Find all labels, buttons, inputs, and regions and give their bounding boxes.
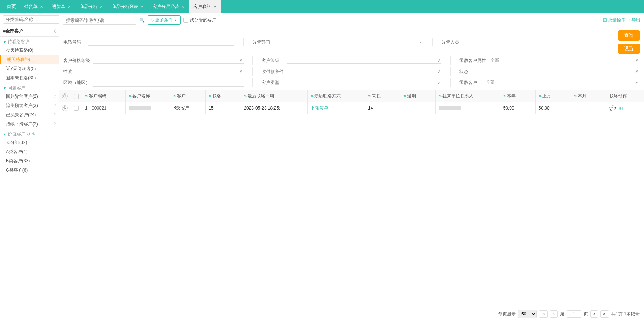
td-no-contact-days: 14	[365, 102, 400, 114]
sort-code-icon[interactable]: ⇅	[85, 94, 88, 98]
sidebar-item-a-class[interactable]: A类客户(1)	[0, 147, 59, 156]
sort-type-icon[interactable]: ⇅	[173, 94, 176, 98]
sort-no-contact-icon[interactable]: ⇅	[368, 94, 371, 98]
nav-product-list[interactable]: 商品分析列表 ✕	[107, 0, 148, 13]
close-customer-tier-icon[interactable]: ✕	[181, 4, 185, 9]
sidebar-item-c-class[interactable]: C类客户(6)	[0, 166, 59, 175]
per-page-select[interactable]: 50 100 200	[518, 310, 537, 318]
sidebar-item-tomorrow-pending[interactable]: 明天待联络(1)	[0, 55, 59, 64]
row-gear-icon[interactable]: ⚙	[62, 105, 68, 111]
nav-home[interactable]: 首页	[3, 0, 20, 13]
prev-page-button[interactable]: <	[550, 310, 558, 318]
help-icon-2[interactable]: ?	[53, 104, 56, 108]
phone-input[interactable]	[88, 39, 234, 46]
sidebar-all-customers[interactable]: ■ 全部客户 《	[0, 26, 59, 37]
search-button[interactable]: 🔍	[139, 18, 145, 23]
status-select[interactable]: ∨	[484, 68, 640, 75]
help-icon-3[interactable]: ?	[53, 113, 56, 117]
select-all-checkbox[interactable]	[74, 94, 79, 99]
close-product-analysis-icon[interactable]: ✕	[99, 4, 103, 9]
nav-product-analysis[interactable]: 商品分析 ✕	[75, 0, 107, 13]
th-action: 联络动作	[606, 90, 644, 102]
sidebar-collapse-icon[interactable]: 《	[52, 29, 56, 34]
sort-last-month-icon[interactable]: ⇅	[539, 94, 542, 98]
more-filter-button[interactable]: ▽ 更多条件 ▲	[148, 15, 181, 25]
sort-this-year-icon[interactable]: ⇅	[503, 94, 506, 98]
sidebar-item-overdue-contact[interactable]: 逾期未联络(30)	[0, 73, 59, 83]
help-icon-4[interactable]: ?	[53, 122, 56, 126]
sort-contact-count-icon[interactable]: ⇅	[209, 94, 211, 98]
close-purchase-icon[interactable]: ✕	[67, 4, 71, 9]
sidebar-item-7days-pending[interactable]: 近7天待联络(0)	[0, 64, 59, 73]
nav-sales[interactable]: 销货单 ✕	[20, 0, 48, 13]
nature-chevron-icon: ∨	[239, 69, 242, 73]
sidebar-search-input[interactable]	[3, 15, 59, 24]
row-checkbox[interactable]	[74, 106, 79, 111]
action-qr-icon[interactable]: ⊞	[619, 105, 623, 111]
sidebar-item-today-pending[interactable]: 今天待联络(0)	[0, 46, 59, 55]
last-method-link[interactable]: 下销货单	[311, 105, 328, 110]
payment-chevron-icon: ∨	[437, 69, 440, 73]
filter-status: 状态 ∨	[459, 68, 640, 75]
page-input[interactable]	[567, 310, 581, 318]
last-page-button[interactable]: >|	[600, 310, 609, 318]
export-button[interactable]: ↑ 导出	[629, 17, 640, 23]
nav-customer-tier[interactable]: 客户分层经营 ✕	[148, 0, 189, 13]
filter-customer-type: 客户类型 ∨	[262, 79, 442, 86]
department-select[interactable]: ∨	[277, 39, 423, 45]
close-product-list-icon[interactable]: ✕	[140, 4, 144, 9]
my-customers-check-icon[interactable]	[183, 18, 188, 23]
th-checkbox	[71, 90, 82, 102]
th-gear: ⚙	[59, 90, 71, 102]
triangle-icon-3: ▼	[3, 132, 6, 136]
query-button[interactable]: 查询	[618, 30, 640, 41]
nav-purchase[interactable]: 进货单 ✕	[48, 0, 75, 13]
table-container: ⚙ ⇅客户编码 ⇅客户名称 ⇅客户... ⇅联络... ⇅最后联络日期 ⇅最后联…	[59, 90, 644, 307]
sort-this-month-icon[interactable]: ⇅	[574, 94, 577, 98]
nature-select[interactable]: ∨	[88, 68, 244, 75]
contact-person-masked	[439, 106, 461, 110]
td-this-month	[571, 102, 606, 114]
per-page-label: 每页显示	[498, 311, 516, 317]
region-select[interactable]: ···	[93, 79, 244, 87]
nav-customer-contact[interactable]: 客户联络 ✕	[189, 0, 221, 13]
region-dots-icon[interactable]: ···	[238, 80, 242, 85]
action-chat-icon[interactable]: 💬	[609, 105, 616, 111]
reset-button[interactable]: 设置	[618, 44, 640, 54]
sort-last-method-icon[interactable]: ⇅	[311, 94, 314, 98]
next-page-button[interactable]: >	[590, 310, 598, 318]
gear-settings-icon[interactable]: ⚙	[62, 93, 68, 99]
close-customer-contact-icon[interactable]: ✕	[213, 4, 217, 9]
retail-attr-select[interactable]: 全部 ∨	[489, 56, 640, 65]
close-sales-icon[interactable]: ✕	[40, 4, 43, 9]
retail-customer-select[interactable]: 全部 ∨	[484, 78, 640, 87]
sidebar-item-churned[interactable]: 已流失客户(24) ?	[0, 110, 59, 120]
edit-value-icon[interactable]: ✎	[32, 132, 36, 137]
sort-overdue-icon[interactable]: ⇅	[403, 94, 406, 98]
sidebar-item-ungrouped[interactable]: 未分组(32)	[0, 138, 59, 147]
batch-operation-button[interactable]: ☑ 批量操作	[603, 17, 626, 23]
sort-contact-person-icon[interactable]: ⇅	[439, 94, 442, 98]
price-level-select[interactable]: ∨	[93, 57, 244, 64]
sidebar-item-b-class[interactable]: B类客户(33)	[0, 156, 59, 166]
sort-name-icon[interactable]: ⇅	[129, 94, 132, 98]
person-dots-icon[interactable]: ···	[607, 39, 611, 45]
refresh-icon[interactable]: ↺	[27, 132, 31, 137]
th-type: ⇅客户...	[170, 90, 206, 102]
td-last-date: 2023-05-23 18:25:	[241, 102, 308, 114]
sort-last-date-icon[interactable]: ⇅	[244, 94, 247, 98]
td-this-year: 50.00	[500, 102, 535, 114]
customer-level-select[interactable]: ∨	[287, 57, 442, 64]
sidebar-item-churn-warning[interactable]: 流失预警客户(3) ?	[0, 101, 59, 110]
search-input[interactable]	[63, 16, 136, 25]
customer-type-select[interactable]: ∨	[287, 79, 442, 86]
th-name: ⇅客户名称	[126, 90, 170, 102]
payment-select[interactable]: ∨	[287, 68, 442, 75]
sidebar-item-repurchase-abnormal[interactable]: 回购异常客户(2) ?	[0, 92, 59, 101]
sidebar-item-declining[interactable]: 持续下滑客户(2) ?	[0, 120, 59, 129]
first-page-button[interactable]: |<	[539, 310, 548, 318]
person-select[interactable]: ···	[466, 38, 612, 46]
td-customer-type: B类客户	[170, 102, 206, 114]
my-customers-checkbox[interactable]: 我分管的客户	[183, 17, 216, 23]
help-icon-1[interactable]: ?	[53, 94, 56, 99]
